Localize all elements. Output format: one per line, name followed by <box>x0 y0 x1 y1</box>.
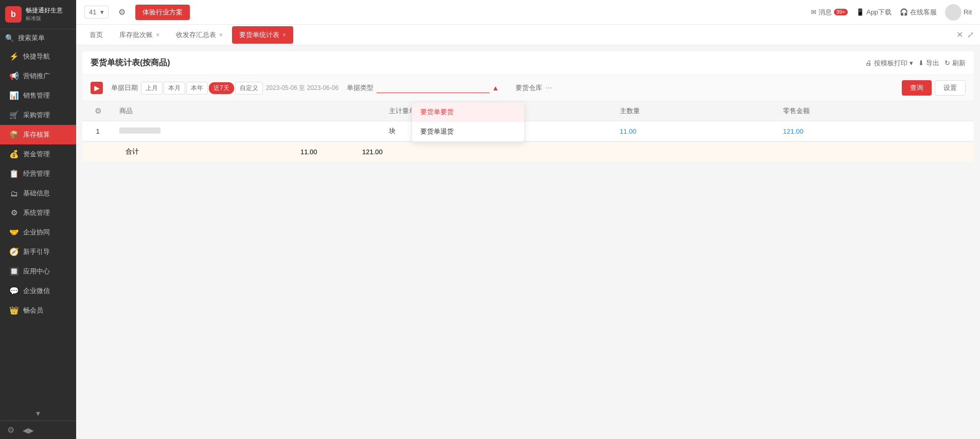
dropdown-item-order-goods[interactable]: 要货单要货 <box>412 102 524 122</box>
sidebar-item-label: 系统管理 <box>23 208 50 217</box>
sidebar-item-purchase[interactable]: 🛒 采购管理 <box>0 105 76 125</box>
sidebar-nav: ⚡ 快捷导航 📢 营销推广 📊 销售管理 🛒 采购管理 📦 库存核算 💰 资金管… <box>0 47 76 407</box>
filter-expand-btn[interactable]: ▶ <box>91 82 103 94</box>
window-expand-icon[interactable]: ⤢ <box>967 30 974 40</box>
export-icon: ⬇ <box>918 59 924 67</box>
quick-nav-icon: ⚡ <box>9 52 19 61</box>
search-menu[interactable]: 🔍 搜索菜单 <box>0 29 76 47</box>
system-icon: ⚙ <box>9 208 19 217</box>
tab-batch[interactable]: 库存批次账 × <box>112 26 167 44</box>
tabbar: 首页 库存批次账 × 收发存汇总表 × 要货单统计表 × ✕ ⤢ <box>76 25 980 45</box>
sidebar-item-operation[interactable]: 📋 经营管理 <box>0 164 76 184</box>
sidebar-item-label: 销售管理 <box>23 91 50 100</box>
refresh-btn[interactable]: ↻ 刷新 <box>945 59 966 68</box>
settings-icon[interactable]: ⚙ <box>7 425 14 435</box>
sidebar-item-guide[interactable]: 🧭 新手引导 <box>0 242 76 262</box>
sidebar-item-vip[interactable]: 👑 畅会员 <box>0 301 76 320</box>
sidebar-item-system[interactable]: ⚙ 系统管理 <box>0 203 76 223</box>
type-filter-label: 单据类型 <box>347 83 373 93</box>
sidebar-item-label: 畅会员 <box>23 306 43 315</box>
sidebar-item-basic[interactable]: 🗂 基础信息 <box>0 184 76 203</box>
org-selector[interactable]: 41 ▾ <box>84 6 109 19</box>
dropdown-item-order-return[interactable]: 要货单退货 <box>412 122 524 141</box>
filter-bar: ▶ 单据日期 上月 本月 本年 近7天 自定义 2023-05-06 至 202… <box>82 75 974 101</box>
table-row: 1 块 11.00 121.00 <box>82 121 974 141</box>
this-month-btn[interactable]: 本月 <box>164 82 185 95</box>
tab-inout[interactable]: 收发存汇总表 × <box>169 26 230 44</box>
tab-order-stat[interactable]: 要货单统计表 × <box>232 26 293 44</box>
quantity-link[interactable]: 11.00 <box>620 127 637 135</box>
app-download-btn[interactable]: 📱 App下载 <box>856 8 892 17</box>
topbar: 41 ▾ ⚙ 体验行业方案 ✉ 消息 99+ 📱 App下载 🎧 在线客服 R <box>76 0 980 25</box>
tab-batch-close[interactable]: × <box>156 31 159 39</box>
sidebar-item-wechat[interactable]: 💬 企业微信 <box>0 281 76 301</box>
sidebar-item-sales[interactable]: 📊 销售管理 <box>0 86 76 105</box>
service-icon: 🎧 <box>900 8 908 16</box>
last-month-btn[interactable]: 上月 <box>141 82 163 95</box>
sidebar-item-finance[interactable]: 💰 资金管理 <box>0 144 76 164</box>
type-dropdown: 要货单要货 要货单退货 <box>412 102 525 142</box>
custom-btn[interactable]: 自定义 <box>235 82 263 95</box>
main-area: 41 ▾ ⚙ 体验行业方案 ✉ 消息 99+ 📱 App下载 🎧 在线客服 R <box>76 0 980 439</box>
table-settings-icon[interactable]: ⚙ <box>95 106 101 115</box>
last-7days-btn[interactable]: 近7天 <box>209 82 234 94</box>
print-btn[interactable]: 🖨 按模板打印 ▾ <box>865 59 913 68</box>
tab-order-stat-label: 要货单统计表 <box>239 30 279 40</box>
export-label: 导出 <box>926 59 939 68</box>
topbar-right: ✉ 消息 99+ 📱 App下载 🎧 在线客服 Rit <box>811 4 972 21</box>
sidebar-item-corp[interactable]: 🤝 企业协同 <box>0 223 76 242</box>
messages-btn[interactable]: ✉ 消息 99+ <box>811 8 848 17</box>
query-button[interactable]: 查询 <box>902 80 932 96</box>
page-container: 要货单统计表(按商品) 🖨 按模板打印 ▾ ⬇ 导出 ↻ 刷新 <box>82 51 974 161</box>
sidebar-item-label: 基础信息 <box>23 189 50 198</box>
this-year-btn[interactable]: 本年 <box>186 82 208 95</box>
sidebar-item-inventory[interactable]: 📦 库存核算 <box>0 125 76 144</box>
type-select-input[interactable] <box>377 83 490 93</box>
collapse-icon[interactable]: ◀▶ <box>23 426 34 434</box>
corp-icon: 🤝 <box>9 228 19 237</box>
finance-icon: 💰 <box>9 150 19 159</box>
online-service-btn[interactable]: 🎧 在线客服 <box>900 8 937 17</box>
logo-icon: b <box>5 6 22 23</box>
date-filter-label: 单据日期 <box>111 83 138 93</box>
warehouse-filter-label: 要货仓库 <box>515 83 542 93</box>
settings-config-button[interactable]: 设置 <box>935 80 966 96</box>
bell-icon: ✉ <box>811 8 816 16</box>
date-buttons: 上月 本月 本年 近7天 自定义 <box>141 82 263 95</box>
trial-button[interactable]: 体验行业方案 <box>135 5 190 20</box>
page-actions: 🖨 按模板打印 ▾ ⬇ 导出 ↻ 刷新 <box>865 59 966 68</box>
user-profile-btn[interactable]: Rit <box>945 4 972 21</box>
table-footer: 合计 11.00 121.00 <box>82 141 974 161</box>
tab-order-stat-close[interactable]: × <box>282 31 286 39</box>
app-version: 标准版 <box>26 15 63 22</box>
tab-home[interactable]: 首页 <box>82 26 110 44</box>
sidebar-item-marketing[interactable]: 📢 营销推广 <box>0 66 76 86</box>
sidebar-item-quick-nav[interactable]: ⚡ 快捷导航 <box>0 47 76 66</box>
wechat-icon: 💬 <box>9 286 19 296</box>
footer-total-quantity: 11.00 <box>294 148 356 156</box>
refresh-label: 刷新 <box>952 59 966 68</box>
amount-link[interactable]: 121.00 <box>783 127 804 135</box>
col-amount: 零售金额 <box>777 101 974 121</box>
sidebar-scroll-down[interactable]: ▼ <box>0 407 76 420</box>
content-area: 要货单统计表(按商品) 🖨 按模板打印 ▾ ⬇ 导出 ↻ 刷新 <box>76 45 980 439</box>
tab-inout-label: 收发存汇总表 <box>176 30 216 40</box>
sidebar-item-apps[interactable]: 🔲 应用中心 <box>0 262 76 281</box>
topbar-settings-btn[interactable]: ⚙ <box>115 5 129 20</box>
col-gear: ⚙ <box>82 101 113 121</box>
row-amount: 121.00 <box>777 121 974 141</box>
sidebar-item-label: 应用中心 <box>23 267 50 276</box>
tab-home-label: 首页 <box>90 30 103 40</box>
vip-icon: 👑 <box>9 306 19 315</box>
export-btn[interactable]: ⬇ 导出 <box>918 59 939 68</box>
sidebar-item-label: 营销推广 <box>23 71 50 81</box>
tab-inout-close[interactable]: × <box>219 31 223 39</box>
warehouse-more-icon[interactable]: ··· <box>545 83 552 93</box>
page-title: 要货单统计表(按商品) <box>91 58 170 68</box>
col-product: 商品 <box>113 101 383 121</box>
window-close-icon[interactable]: ✕ <box>956 30 963 40</box>
type-select-chevron-icon[interactable]: ▲ <box>492 84 499 92</box>
mobile-icon: 📱 <box>856 8 864 16</box>
window-controls: ✕ ⤢ <box>956 30 974 40</box>
online-service-label: 在线客服 <box>910 8 937 17</box>
